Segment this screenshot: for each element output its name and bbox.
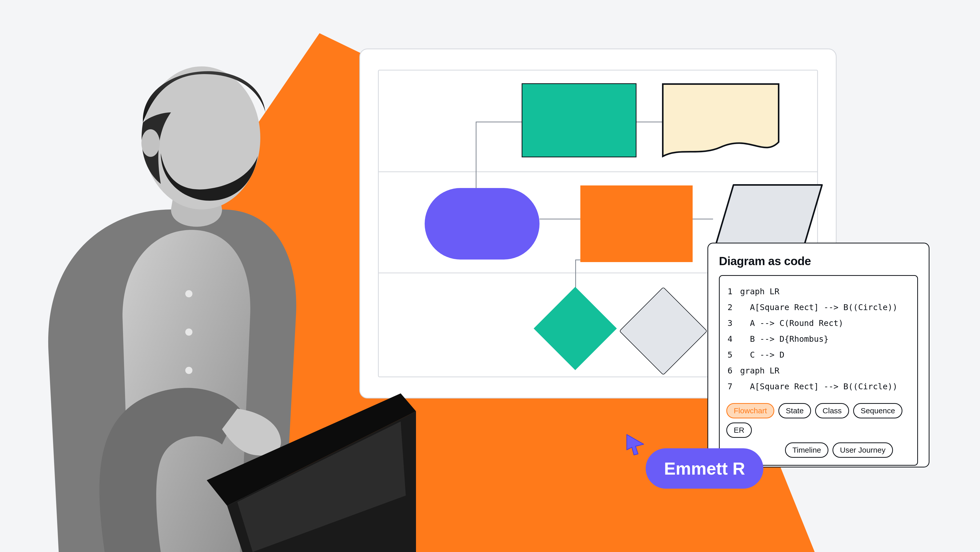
shape-gray-rhombus[interactable] (620, 288, 707, 375)
person-with-laptop-illustration (28, 46, 416, 552)
line-text: A[Square Rect] --> B((Circle)) (740, 382, 897, 391)
line-text: graph LR (740, 367, 780, 375)
collaborator-name-pill: Emmett R (646, 448, 763, 489)
chip-flowchart[interactable]: Flowchart (726, 403, 774, 418)
line-number: 2 (726, 303, 732, 311)
line-number: 7 (726, 382, 732, 391)
chip-timeline[interactable]: Timeline (785, 442, 829, 458)
chip-class[interactable]: Class (815, 403, 849, 418)
line-number: 5 (726, 351, 732, 359)
line-text: B --> D{Rhombus} (740, 335, 829, 343)
line-text: A --> C(Round Rect) (740, 319, 843, 327)
connector-line (476, 121, 524, 122)
svg-point-2 (185, 367, 192, 374)
stage: Diagram as code 1graph LR2 A[Square Rect… (0, 0, 980, 552)
swimlane-divider (379, 171, 817, 172)
panel-title: Diagram as code (719, 254, 918, 268)
line-number: 3 (726, 319, 732, 327)
line-number: 1 (726, 287, 732, 295)
chip-er[interactable]: ER (726, 423, 752, 438)
line-number: 6 (726, 367, 732, 375)
diagram-as-code-panel: Diagram as code 1graph LR2 A[Square Rect… (708, 242, 929, 467)
code-editor[interactable]: 1graph LR2 A[Square Rect] --> B((Circle)… (719, 275, 918, 466)
line-text: graph LR (740, 287, 780, 295)
code-line[interactable]: 1graph LR (726, 284, 911, 299)
svg-point-4 (142, 129, 160, 157)
shape-cream-document[interactable] (662, 83, 780, 160)
connector-line (636, 121, 662, 122)
svg-point-1 (185, 329, 192, 336)
code-line[interactable]: 4 B --> D{Rhombus} (726, 331, 911, 347)
chip-user-journey[interactable]: User Journey (832, 442, 893, 458)
line-text: A[Square Rect] --> B((Circle)) (740, 303, 897, 311)
code-line[interactable]: 6graph LR (726, 363, 911, 378)
shape-violet-rounded-rect[interactable] (425, 188, 539, 260)
shape-orange-rectangle[interactable] (580, 185, 693, 262)
code-line[interactable]: 5 C --> D (726, 347, 911, 363)
connector-line (539, 219, 583, 219)
code-line[interactable]: 3 A --> C(Round Rect) (726, 315, 911, 331)
collaborator-cursor-icon (625, 433, 645, 455)
shape-teal-rhombus[interactable] (535, 288, 616, 369)
svg-point-0 (185, 290, 192, 297)
shape-teal-rectangle[interactable] (522, 83, 636, 157)
code-lines: 1graph LR2 A[Square Rect] --> B((Circle)… (726, 284, 911, 394)
line-number: 4 (726, 335, 732, 343)
code-line[interactable]: 2 A[Square Rect] --> B((Circle)) (726, 299, 911, 315)
line-text: C --> D (740, 351, 784, 359)
diagram-type-chip-row: FlowchartStateClassSequenceER (726, 403, 911, 438)
chip-sequence[interactable]: Sequence (853, 403, 902, 418)
chip-state[interactable]: State (778, 403, 811, 418)
code-line[interactable]: 7 A[Square Rect] --> B((Circle)) (726, 378, 911, 394)
